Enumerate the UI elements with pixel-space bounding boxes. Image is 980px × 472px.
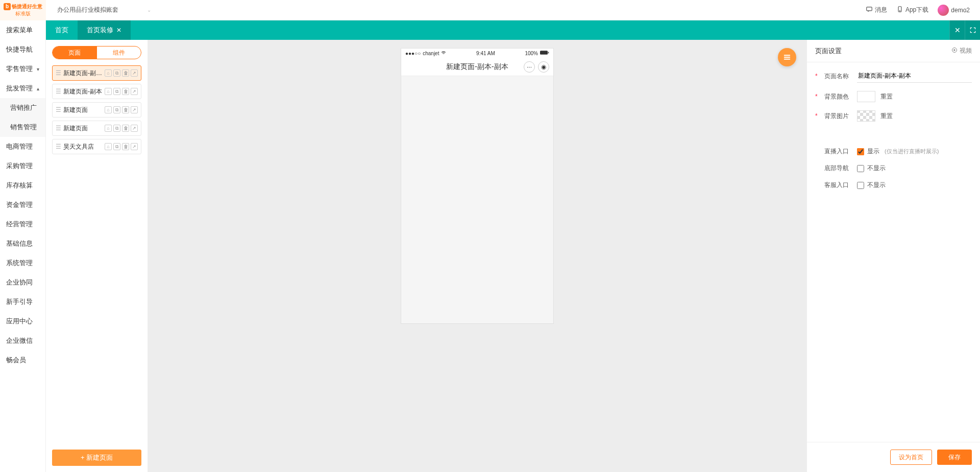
panel-toggle-button[interactable] <box>778 48 796 66</box>
sidebar-item-label: 快捷导航 <box>6 45 33 54</box>
share-icon[interactable]: ↗ <box>131 143 138 150</box>
delete-icon[interactable]: 🗑 <box>122 106 129 113</box>
live-entry-checkbox[interactable]: 显示 <box>857 147 879 156</box>
tab-close-all-button[interactable]: ✕ <box>949 20 965 40</box>
delete-icon[interactable]: 🗑 <box>122 143 129 150</box>
delete-icon[interactable]: 🗑 <box>122 69 129 77</box>
page-list-row[interactable]: ☰新建页面-副本...⌂⧉🗑↗ <box>52 65 141 81</box>
service-entry-label: 客服入口 <box>824 181 852 190</box>
play-icon <box>951 47 958 55</box>
page-list-row[interactable]: ☰新建页面⌂⧉🗑↗ <box>52 102 141 117</box>
video-link-label: 视频 <box>960 46 972 55</box>
home-icon[interactable]: ⌂ <box>105 88 112 95</box>
page-name-input[interactable] <box>857 69 972 83</box>
delete-icon[interactable]: 🗑 <box>122 125 129 132</box>
sidebar-item-13[interactable]: 应用中心 <box>0 312 45 331</box>
row-service-entry: 客服入口 不显示 <box>815 181 972 190</box>
chevron-down-icon: ▾ <box>37 66 39 72</box>
sidebar-item-4[interactable]: 电商管理 <box>0 137 45 156</box>
service-entry-check-label: 不显示 <box>867 181 886 190</box>
copy-icon[interactable]: ⧉ <box>113 88 120 95</box>
bottom-nav-check-label: 不显示 <box>867 164 886 173</box>
phone-status-bar: ●●●○○ chanjet 9:41 AM 100% <box>401 49 553 58</box>
home-icon[interactable]: ⌂ <box>105 106 112 113</box>
sidebar-item-9[interactable]: 基础信息 <box>0 234 45 253</box>
bg-color-reset[interactable]: 重置 <box>880 92 893 101</box>
sidebar-item-5[interactable]: 采购管理 <box>0 156 45 176</box>
message-icon <box>866 6 873 14</box>
new-page-button[interactable]: + 新建页面 <box>52 450 141 466</box>
account-select-label: 办公用品行业模拟账套 <box>57 6 118 14</box>
bg-image-swatch[interactable] <box>857 110 875 122</box>
copy-icon[interactable]: ⧉ <box>113 69 120 77</box>
canvas: ●●●○○ chanjet 9:41 AM 100% <box>148 40 806 472</box>
video-link[interactable]: 视频 <box>951 46 972 55</box>
drag-handle-icon[interactable]: ☰ <box>56 143 61 150</box>
sidebar-subitem-3-1[interactable]: 销售管理 <box>0 117 45 137</box>
home-icon[interactable]: ⌂ <box>105 143 112 150</box>
account-select[interactable]: 办公用品行业模拟账套 ⌄ <box>53 3 155 17</box>
share-icon[interactable]: ↗ <box>131 125 138 132</box>
bg-image-reset[interactable]: 重置 <box>880 112 893 121</box>
settings-footer: 设为首页 保存 <box>807 442 980 472</box>
segment-component[interactable]: 组件 <box>97 46 141 59</box>
drag-handle-icon[interactable]: ☰ <box>56 106 61 113</box>
drag-handle-icon[interactable]: ☰ <box>56 125 61 132</box>
share-icon[interactable]: ↗ <box>131 88 138 95</box>
sidebar: 搜索菜单快捷导航零售管理▾批发管理▴营销推广销售管理电商管理采购管理库存核算资金… <box>0 20 46 472</box>
close-icon[interactable]: ✕ <box>116 20 121 40</box>
sidebar-item-3[interactable]: 批发管理▴ <box>0 79 45 98</box>
drag-handle-icon[interactable]: ☰ <box>56 88 61 95</box>
share-icon[interactable]: ↗ <box>131 106 138 113</box>
service-entry-checkbox[interactable]: 不显示 <box>857 181 886 190</box>
sidebar-item-2[interactable]: 零售管理▾ <box>0 59 45 79</box>
page-list-row[interactable]: ☰昊天文具店⌂⧉🗑↗ <box>52 139 141 154</box>
segment-page[interactable]: 页面 <box>53 46 97 59</box>
sidebar-item-12[interactable]: 新手引导 <box>0 292 45 312</box>
miniapp-menu-icon[interactable]: ··· <box>524 61 535 73</box>
set-home-button[interactable]: 设为首页 <box>890 450 932 465</box>
sidebar-item-0[interactable]: 搜索菜单 <box>0 20 45 40</box>
sidebar-item-label: 企业协同 <box>6 278 33 287</box>
sidebar-item-label: 应用中心 <box>6 317 33 326</box>
row-bg-image: * 背景图片 重置 <box>815 110 972 122</box>
live-entry-checkbox-input[interactable] <box>857 148 864 155</box>
tab-decorate-label: 首页装修 <box>87 20 113 40</box>
sidebar-item-label: 系统管理 <box>6 258 33 268</box>
sidebar-item-11[interactable]: 企业协同 <box>0 273 45 292</box>
svg-rect-0 <box>867 7 872 11</box>
user-menu[interactable]: demo2 <box>938 5 970 16</box>
drag-handle-icon[interactable]: ☰ <box>56 69 61 77</box>
copy-icon[interactable]: ⧉ <box>113 125 120 132</box>
bottom-nav-label: 底部导航 <box>824 164 852 173</box>
sidebar-item-7[interactable]: 资金管理 <box>0 195 45 215</box>
bg-color-swatch[interactable] <box>857 91 875 102</box>
page-list-row[interactable]: ☰新建页面-副本⌂⧉🗑↗ <box>52 84 141 99</box>
sidebar-subitem-3-0[interactable]: 营销推广 <box>0 98 45 117</box>
delete-icon[interactable]: 🗑 <box>122 88 129 95</box>
sidebar-item-8[interactable]: 经营管理 <box>0 215 45 234</box>
miniapp-close-icon[interactable]: ◉ <box>538 61 549 73</box>
tab-decorate[interactable]: 首页装修 ✕ <box>78 20 131 40</box>
sidebar-item-1[interactable]: 快捷导航 <box>0 40 45 59</box>
tab-home[interactable]: 首页 <box>46 20 78 40</box>
sidebar-item-14[interactable]: 企业微信 <box>0 331 45 350</box>
sidebar-item-15[interactable]: 畅会员 <box>0 350 45 370</box>
app-download-link[interactable]: App下载 <box>896 6 928 14</box>
share-icon[interactable]: ↗ <box>131 69 138 77</box>
home-icon[interactable]: ⌂ <box>105 125 112 132</box>
page-list-row[interactable]: ☰新建页面⌂⧉🗑↗ <box>52 121 141 136</box>
bottom-nav-checkbox[interactable]: 不显示 <box>857 164 886 173</box>
messages-link[interactable]: 消息 <box>866 6 887 14</box>
sidebar-item-label: 新手引导 <box>6 297 33 306</box>
copy-icon[interactable]: ⧉ <box>113 106 120 113</box>
home-icon[interactable]: ⌂ <box>105 69 112 77</box>
bottom-nav-checkbox-input[interactable] <box>857 165 864 172</box>
save-button[interactable]: 保存 <box>937 450 972 465</box>
copy-icon[interactable]: ⧉ <box>113 143 120 150</box>
fullscreen-button[interactable] <box>965 20 980 40</box>
phone-body[interactable] <box>401 76 553 323</box>
service-entry-checkbox-input[interactable] <box>857 182 864 189</box>
sidebar-item-6[interactable]: 库存核算 <box>0 176 45 195</box>
sidebar-item-10[interactable]: 系统管理 <box>0 253 45 273</box>
